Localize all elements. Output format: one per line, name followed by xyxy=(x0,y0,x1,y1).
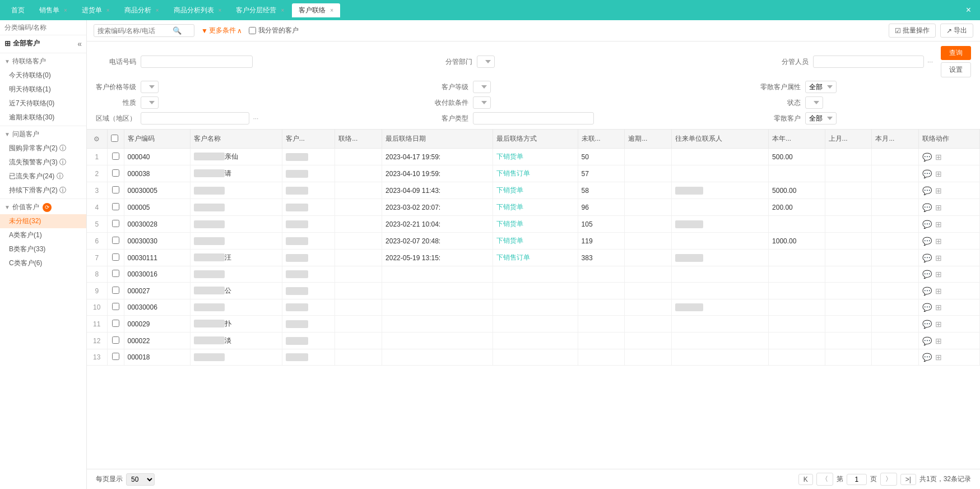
filter-scatter-customer-select[interactable]: 全部 xyxy=(805,112,837,124)
value-refresh-badge[interactable]: ⟳ xyxy=(43,203,52,212)
row-checkbox[interactable] xyxy=(112,336,119,344)
query-btn[interactable]: 查询 xyxy=(941,46,971,60)
col-this-year[interactable]: 本年... xyxy=(769,130,825,149)
window-close-btn[interactable]: × xyxy=(962,5,976,15)
action-grid-icon[interactable]: ⊞ xyxy=(935,186,942,195)
col-overdue[interactable]: 逾期... xyxy=(625,130,672,149)
action-chat-icon[interactable]: 💬 xyxy=(922,237,932,246)
col-gear[interactable]: ⚙ xyxy=(87,130,107,149)
col-last-month[interactable]: 上月... xyxy=(825,130,872,149)
row-checkbox[interactable] xyxy=(112,320,119,327)
filter-nature-select[interactable] xyxy=(141,96,159,109)
page-size-select[interactable]: 20 50 100 xyxy=(126,473,155,486)
filter-region-input[interactable] xyxy=(141,112,249,124)
row-checkbox[interactable] xyxy=(112,253,119,261)
row-checkbox[interactable] xyxy=(112,186,119,193)
filter-price-level-select[interactable] xyxy=(141,81,159,93)
row-checkbox[interactable] xyxy=(112,353,119,360)
action-chat-icon[interactable]: 💬 xyxy=(922,203,932,212)
reset-btn[interactable]: 设置 xyxy=(941,62,971,77)
sidebar-item-tomorrow[interactable]: 明天待联络(1) xyxy=(0,82,86,96)
row-last-way-link[interactable]: 下销货单 xyxy=(496,153,523,160)
tab-customer-tier-close[interactable]: × xyxy=(281,7,284,13)
filter-search-input[interactable] xyxy=(97,27,170,35)
action-chat-icon[interactable]: 💬 xyxy=(922,287,932,296)
action-chat-icon[interactable]: 💬 xyxy=(922,336,932,345)
filter-scatter-attr-select[interactable]: 全部 xyxy=(805,81,837,93)
tab-purchase-close[interactable]: × xyxy=(106,7,110,13)
action-grid-icon[interactable]: ⊞ xyxy=(935,169,942,178)
col-contact[interactable]: 联络... xyxy=(335,130,382,149)
action-chat-icon[interactable]: 💬 xyxy=(922,253,932,262)
action-chat-icon[interactable]: 💬 xyxy=(922,270,932,279)
action-grid-icon[interactable]: ⊞ xyxy=(935,320,942,329)
col-name[interactable]: 客户名称 xyxy=(190,130,282,149)
select-all-checkbox[interactable] xyxy=(111,135,118,142)
row-last-way-link[interactable]: 下销货单 xyxy=(496,186,523,194)
action-grid-icon[interactable]: ⊞ xyxy=(935,220,942,229)
sidebar-all-customers[interactable]: ⊞ 全部客户 « xyxy=(0,35,86,52)
sidebar-collapse-btn[interactable]: « xyxy=(77,39,82,48)
sidebar-search-input[interactable] xyxy=(4,24,87,31)
sidebar-group-value[interactable]: ▼ 价值客户 ⟳ xyxy=(0,200,86,214)
tab-product-analysis[interactable]: 商品分析 × xyxy=(118,3,166,17)
col-this-month[interactable]: 本月... xyxy=(872,130,919,149)
filter-dept-select[interactable] xyxy=(477,56,495,68)
row-checkbox[interactable] xyxy=(112,203,119,210)
sidebar-item-declining[interactable]: 持续下滑客户(2) ⓘ xyxy=(0,183,86,197)
action-chat-icon[interactable]: 💬 xyxy=(922,320,932,329)
action-grid-icon[interactable]: ⊞ xyxy=(935,253,942,262)
row-checkbox[interactable] xyxy=(112,287,119,294)
sidebar-group-problem[interactable]: ▼ 问题客户 xyxy=(0,127,86,141)
row-checkbox[interactable] xyxy=(112,237,119,244)
row-checkbox[interactable] xyxy=(112,270,119,277)
col-last-date[interactable]: 最后联络日期 xyxy=(382,130,493,149)
sidebar-item-churned[interactable]: 已流失客户(24) ⓘ xyxy=(0,169,86,183)
row-checkbox[interactable] xyxy=(112,303,119,310)
col-type[interactable]: 客户... xyxy=(282,130,335,149)
sidebar-group-pending[interactable]: ▼ 待联络客户 xyxy=(0,54,86,68)
row-checkbox[interactable] xyxy=(112,220,119,227)
filter-region-more[interactable]: ··· xyxy=(249,114,262,122)
batch-operation-btn[interactable]: ☑ 批量操作 xyxy=(889,24,936,38)
tab-purchase[interactable]: 进货单 × xyxy=(75,3,117,17)
tab-product-list-close[interactable]: × xyxy=(219,7,222,13)
filter-my-customers-checkbox[interactable] xyxy=(249,27,256,34)
action-grid-icon[interactable]: ⊞ xyxy=(935,203,942,212)
prev-page-btn[interactable]: 〈 xyxy=(816,473,833,486)
page-number-input[interactable] xyxy=(847,474,867,485)
export-btn[interactable]: ↗ 导出 xyxy=(940,24,973,38)
tab-home[interactable]: 首页 xyxy=(4,3,31,17)
action-grid-icon[interactable]: ⊞ xyxy=(935,353,942,362)
action-chat-icon[interactable]: 💬 xyxy=(922,186,932,195)
row-last-way-link[interactable]: 下销售订单 xyxy=(496,169,530,177)
sidebar-item-ungrouped[interactable]: 未分组(32) xyxy=(0,214,86,228)
filter-customer-type-input[interactable] xyxy=(473,112,594,124)
action-grid-icon[interactable]: ⊞ xyxy=(935,303,942,312)
tab-product-analysis-close[interactable]: × xyxy=(156,7,159,13)
tab-customer-tier[interactable]: 客户分层经营 × xyxy=(229,3,291,17)
sidebar-item-class-c[interactable]: C类客户(6) xyxy=(0,256,86,270)
first-page-btn[interactable]: K xyxy=(798,474,813,485)
action-chat-icon[interactable]: 💬 xyxy=(922,169,932,178)
row-checkbox[interactable] xyxy=(112,153,119,160)
filter-payment-select[interactable] xyxy=(473,96,491,109)
filter-customer-level-select[interactable] xyxy=(473,81,491,93)
row-last-way-link[interactable]: 下销货单 xyxy=(496,220,523,228)
filter-manager-input[interactable] xyxy=(813,56,924,68)
tab-sales-close[interactable]: × xyxy=(64,7,67,13)
col-partner[interactable]: 往来单位联系人 xyxy=(672,130,769,149)
row-last-way-link[interactable]: 下销货单 xyxy=(496,203,523,211)
next-page-btn[interactable]: 〉 xyxy=(880,473,897,486)
last-page-btn[interactable]: >| xyxy=(900,474,916,485)
filter-my-customers[interactable]: 我分管的客户 xyxy=(249,26,299,35)
tab-customer-contact[interactable]: 客户联络 × xyxy=(292,3,340,17)
row-checkbox[interactable] xyxy=(112,169,119,177)
row-last-way-link[interactable]: 下销货单 xyxy=(496,237,523,245)
tab-customer-contact-close[interactable]: × xyxy=(330,7,333,13)
action-grid-icon[interactable]: ⊞ xyxy=(935,237,942,246)
sidebar-item-overdue[interactable]: 逾期未联络(30) xyxy=(0,110,86,124)
filter-status-select[interactable] xyxy=(805,96,823,109)
tab-product-list[interactable]: 商品分析列表 × xyxy=(167,3,229,17)
action-chat-icon[interactable]: 💬 xyxy=(922,303,932,312)
